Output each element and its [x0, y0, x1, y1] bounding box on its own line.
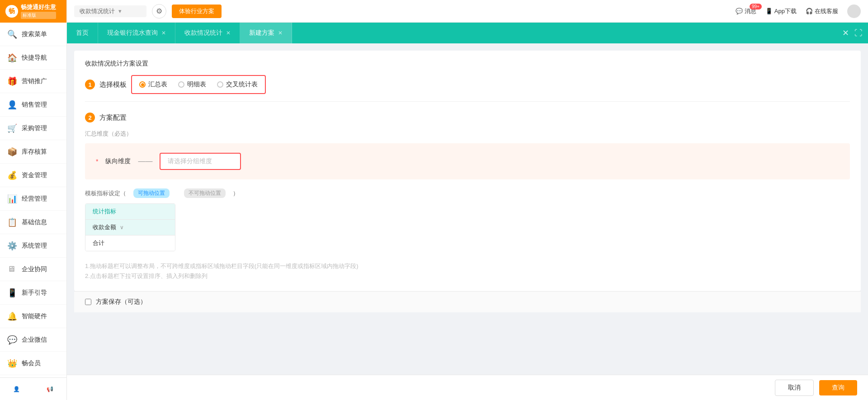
tab-new-plan-close[interactable]: ✕ — [278, 30, 283, 36]
sidebar-item-system[interactable]: ⚙️ 系统管理 — [0, 234, 66, 258]
radio-detail-btn[interactable] — [178, 81, 184, 88]
sidebar-item-label: 搜索菜单 — [22, 30, 47, 38]
sidebar-item-label: 新手引导 — [22, 289, 47, 297]
sidebar-item-label: 营销推广 — [22, 77, 47, 85]
sidebar-item-purchase[interactable]: 🛒 采购管理 — [0, 117, 66, 140]
sidebar-item-finance[interactable]: 💰 资金管理 — [0, 164, 66, 187]
tab-new-plan-label: 新建方案 — [249, 29, 274, 37]
message-icon: 💬 — [736, 8, 743, 14]
radio-summary-btn[interactable] — [139, 81, 146, 88]
step2-number: 2 — [85, 113, 95, 122]
save-label: 方案保存（可选） — [96, 298, 146, 306]
sidebar-item-label: 畅会员 — [22, 359, 41, 367]
settings-button[interactable]: ⚙ — [152, 4, 166, 19]
logo-edition: 标准版 — [21, 12, 56, 19]
tab-bank-label: 现金银行流水查询 — [107, 29, 158, 37]
sidebar-item-member[interactable]: 👑 畅会员 — [0, 352, 66, 375]
sidebar-item-label: 系统管理 — [22, 242, 47, 250]
tab-expand-button[interactable]: ⛶ — [854, 28, 863, 38]
user-avatar[interactable] — [847, 5, 861, 18]
phone-icon: 📱 — [7, 288, 17, 298]
sidebar-item-label: 采购管理 — [22, 124, 47, 132]
tab-close-all-button[interactable]: ✕ — [842, 28, 849, 38]
bell-icon: 🔔 — [7, 311, 17, 321]
non-draggable-badge: 不可拖动位置 — [184, 188, 226, 198]
sidebar-item-wechat[interactable]: 💬 企业微信 — [0, 328, 66, 352]
sidebar-item-coop[interactable]: 🖥 企业协同 — [0, 258, 66, 281]
step1-header: 1 选择模板 汇总表 明细表 交叉统计表 — [85, 75, 850, 94]
bottom-bar: 取消 查询 — [67, 375, 868, 400]
radio-cross-btn[interactable] — [217, 81, 223, 88]
tip2: 2.点击标题栏下拉可设置排序、插入列和删除列 — [85, 272, 850, 280]
save-checkbox[interactable] — [85, 299, 91, 305]
sidebar-item-label: 销售管理 — [22, 101, 47, 109]
indicator-settings-label: 模板指标设定（ — [85, 189, 126, 198]
radio-cross[interactable]: 交叉统计表 — [217, 80, 258, 89]
gift-icon: 🎁 — [7, 76, 17, 86]
main-area: 收款情况统计 ▾ ⚙ 体验行业方案 💬 消息 99+ 📱 App下载 🎧 在线客… — [67, 0, 868, 400]
sidebar-nav: 🔍 搜索菜单 🏠 快捷导航 🎁 营销推广 👤 销售管理 🛒 采购管理 📦 库存核… — [0, 23, 66, 377]
tab-bank[interactable]: 现金银行流水查询 ✕ — [98, 23, 175, 43]
step1-number: 1 — [85, 80, 95, 89]
sidebar-item-basic[interactable]: 📋 基础信息 — [0, 211, 66, 234]
step2-label: 方案配置 — [99, 113, 127, 122]
breadcrumb: 收款情况统计 ▾ — [74, 5, 146, 17]
app-icon: 📱 — [765, 8, 773, 14]
radio-summary[interactable]: 汇总表 — [139, 80, 167, 89]
content-area: 收款情况统计方案设置 1 选择模板 汇总表 明细表 — [67, 43, 868, 375]
indicator-label-row: 模板指标设定（ 可拖动位置 不可拖动位置 ） — [85, 188, 850, 198]
arrow-icon: —— — [138, 157, 152, 165]
tab-new-plan[interactable]: 新建方案 ✕ — [240, 23, 292, 43]
tips-section: 1.拖动标题栏可以调整布局，不可跨维度或指标区域拖动栏目字段(只能在同一维度或指… — [85, 262, 850, 280]
sidebar-item-label: 资金管理 — [22, 171, 47, 179]
sidebar-item-hardware[interactable]: 🔔 智能硬件 — [0, 305, 66, 328]
search-icon: 🔍 — [7, 29, 17, 39]
cancel-button[interactable]: 取消 — [775, 380, 814, 396]
sidebar-item-guide[interactable]: 📱 新手引导 — [0, 281, 66, 305]
message-button[interactable]: 💬 消息 99+ — [736, 7, 756, 15]
gear-icon: ⚙️ — [7, 241, 17, 251]
tab-home[interactable]: 首页 — [67, 23, 98, 43]
sidebar-item-quick-nav[interactable]: 🏠 快捷导航 — [0, 46, 66, 70]
sidebar-item-label: 智能硬件 — [22, 312, 47, 320]
sidebar-bottom-notify[interactable]: 📢 — [33, 378, 67, 400]
tab-receivable[interactable]: 收款情况统计 ✕ — [175, 23, 240, 43]
divider1 — [85, 101, 850, 102]
sidebar-item-operation[interactable]: 📊 经营管理 — [0, 187, 66, 211]
support-button[interactable]: 🎧 在线客服 — [806, 7, 838, 15]
sidebar-bottom-user[interactable]: 👤 — [0, 378, 33, 400]
dimension-field-label: 纵向维度 — [105, 157, 131, 165]
tab-bank-close[interactable]: ✕ — [161, 30, 166, 36]
sidebar-item-inventory[interactable]: 📦 库存核算 — [0, 140, 66, 164]
tab-receivable-close[interactable]: ✕ — [226, 30, 231, 36]
sidebar-item-search[interactable]: 🔍 搜索菜单 — [0, 23, 66, 46]
logo-icon: 畅 — [5, 5, 18, 18]
chevron-down-icon: ▾ — [118, 8, 122, 14]
logo-name: 畅捷通好生意 — [21, 4, 56, 11]
radio-detail[interactable]: 明细表 — [178, 80, 206, 89]
query-button[interactable]: 查询 — [819, 380, 857, 395]
radio-summary-label: 汇总表 — [148, 80, 167, 89]
dimension-select[interactable]: 请选择分组维度 — [160, 153, 241, 170]
sidebar-item-label: 基础信息 — [22, 218, 47, 226]
money-icon: 💰 — [7, 170, 17, 180]
indicator-row-amount[interactable]: 收款金额 ∨ — [85, 219, 175, 235]
industry-button[interactable]: 体验行业方案 — [172, 5, 222, 18]
tabs-right-actions: ✕ ⛶ — [837, 23, 868, 43]
headset-icon: 🎧 — [806, 8, 813, 14]
indicator-dropdown-icon[interactable]: ∨ — [120, 224, 124, 231]
sidebar-item-label: 库存核算 — [22, 148, 47, 156]
tab-receivable-label: 收款情况统计 — [184, 29, 222, 37]
radio-summary-inner — [141, 83, 144, 86]
sidebar-item-sales[interactable]: 👤 销售管理 — [0, 93, 66, 117]
app-label: App下载 — [774, 7, 797, 15]
indicator-table-header: 统计指标 — [85, 204, 175, 219]
chart-icon: 📊 — [7, 194, 17, 204]
notify-icon: 📢 — [47, 386, 53, 392]
chat-icon: 💬 — [7, 335, 17, 345]
sidebar-item-label: 经营管理 — [22, 195, 47, 203]
template-options: 汇总表 明细表 交叉统计表 — [131, 75, 266, 94]
app-download-button[interactable]: 📱 App下载 — [765, 7, 797, 15]
sidebar-item-marketing[interactable]: 🎁 营销推广 — [0, 70, 66, 93]
sidebar-item-label: 企业协同 — [22, 265, 47, 273]
